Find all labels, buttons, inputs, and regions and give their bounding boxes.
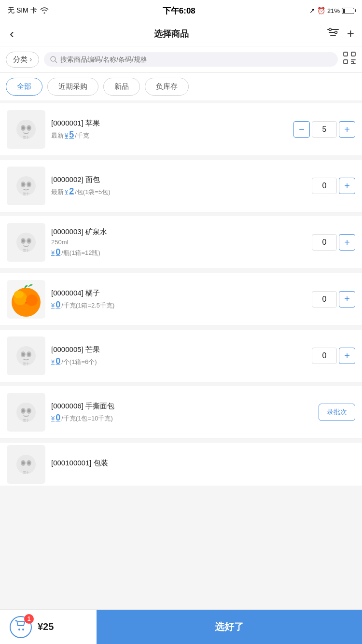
price-unit: /千克(1箱=2.5千克)	[61, 301, 114, 310]
location-icon: ↗	[309, 7, 315, 14]
confirm-label: 选好了	[215, 620, 244, 633]
confirm-button[interactable]: 选好了	[97, 610, 362, 644]
product-price: ¥ 0 /个(1箱=6个)	[51, 356, 306, 366]
svg-point-34	[26, 294, 38, 306]
price-label: 最新	[51, 188, 64, 196]
qty-input[interactable]	[312, 348, 337, 364]
yen-symbol: ¥	[51, 302, 55, 309]
svg-text:管十: 管十	[23, 192, 29, 196]
search-input-wrap[interactable]	[44, 52, 338, 67]
qty-control-0000005: +	[312, 348, 355, 364]
placeholder-owl: 管十	[15, 175, 37, 197]
product-name: [0000005] 芒果	[51, 345, 306, 354]
product-name: [0000003] 矿泉水	[51, 227, 306, 237]
nav-actions: +	[327, 26, 354, 41]
svg-rect-8	[351, 52, 355, 56]
product-item: 管十 [0000003] 矿泉水 250ml ¥ 0 /瓶(1箱=12瓶) +	[0, 216, 362, 269]
price-number: 0	[56, 247, 60, 257]
qty-plus-button[interactable]: +	[339, 348, 355, 364]
product-list: 管十 [0000001] 苹果 最新 ¥ 5 /千克 − +	[0, 103, 362, 525]
cart-total: ¥25	[38, 621, 54, 632]
price-unit: /千克	[75, 131, 89, 140]
product-price: ¥ 0 /瓶(1箱=12瓶)	[51, 247, 306, 257]
product-info-0000004: [0000004] 橘子 ¥ 0 /千克(1箱=2.5千克)	[51, 289, 306, 310]
price-number: 2	[69, 186, 74, 196]
product-image-partial: 管十	[7, 445, 45, 484]
price-number: 0	[56, 300, 60, 310]
search-icon	[50, 56, 57, 63]
price-unit: /千克(1包=10千克)	[61, 414, 113, 423]
svg-point-47	[28, 409, 30, 412]
product-name: [0000002] 面包	[51, 175, 306, 184]
tab-all[interactable]: 全部	[6, 78, 42, 96]
batch-button[interactable]: 录批次	[319, 404, 355, 421]
price-number: 0	[56, 413, 60, 423]
cart-icon-button[interactable]: 1	[10, 616, 32, 638]
svg-point-53	[28, 462, 30, 464]
svg-rect-7	[344, 52, 348, 56]
qty-minus-button[interactable]: −	[293, 121, 310, 138]
filter-icon[interactable]	[327, 27, 339, 41]
category-button[interactable]: 分类 ›	[6, 52, 39, 68]
svg-rect-9	[344, 60, 348, 64]
tab-new[interactable]: 新品	[103, 78, 140, 96]
cart-icon	[15, 620, 27, 634]
qty-input[interactable]	[312, 291, 337, 308]
battery-percent: 21%	[327, 7, 340, 14]
yen-symbol: ¥	[51, 358, 55, 365]
back-button[interactable]: ‹	[8, 24, 16, 43]
price-number: 5	[69, 130, 74, 140]
product-separator	[0, 382, 362, 386]
status-bar: 无 SIM 卡 下午6:08 ↗ ⏰ 21%	[0, 0, 362, 21]
cart-section: 1 ¥25	[0, 616, 97, 638]
product-name: [0000004] 橘子	[51, 289, 306, 298]
chevron-icon: ›	[29, 55, 32, 64]
product-price: 最新 ¥ 5 /千克	[51, 130, 288, 140]
svg-point-56	[22, 629, 24, 630]
yen-symbol: ¥	[51, 249, 55, 256]
category-label: 分类	[13, 55, 28, 64]
svg-point-55	[18, 629, 20, 630]
product-image-0000006: 管十	[7, 393, 45, 432]
cart-badge: 1	[24, 614, 34, 624]
placeholder-owl: 管十	[15, 345, 37, 367]
qty-input[interactable]	[312, 234, 337, 251]
product-info-partial: [000100001] 包装	[51, 459, 355, 470]
product-separator	[0, 269, 362, 273]
bottom-bar: 1 ¥25 选好了	[0, 609, 362, 644]
qty-input[interactable]	[312, 178, 337, 194]
placeholder-owl: 管十	[15, 401, 37, 423]
alarm-icon: ⏰	[317, 7, 325, 14]
product-item: 管十 [0000006] 手撕面包 ¥ 0 /千克(1包=10千克) 录批次	[0, 386, 362, 439]
product-price: ¥ 0 /千克(1包=10千克)	[51, 413, 313, 423]
status-time: 下午6:08	[163, 5, 195, 16]
search-input[interactable]	[60, 56, 332, 63]
product-info-0000005: [0000005] 芒果 ¥ 0 /个(1箱=6个)	[51, 345, 306, 366]
nav-bar: ‹ 选择商品 +	[0, 21, 362, 46]
product-item: 管十 [0000005] 芒果 ¥ 0 /个(1箱=6个) +	[0, 330, 362, 382]
price-number: 0	[56, 356, 60, 366]
tab-negative-stock[interactable]: 负库存	[145, 78, 189, 96]
search-bar: 分类 ›	[0, 46, 362, 73]
qty-plus-button[interactable]: +	[339, 291, 355, 308]
qty-input[interactable]	[312, 121, 337, 138]
product-image-0000002: 管十	[7, 167, 45, 205]
add-icon[interactable]: +	[347, 26, 354, 41]
product-info-0000002: [0000002] 面包 最新 ¥ 2 /包(1袋=5包)	[51, 175, 306, 196]
product-spec: 250ml	[51, 238, 306, 246]
yen-symbol: ¥	[65, 188, 68, 196]
placeholder-owl: 管十	[15, 231, 37, 253]
qty-plus-button[interactable]: +	[339, 234, 355, 251]
svg-point-35	[14, 291, 24, 298]
scan-icon[interactable]	[343, 51, 356, 68]
svg-point-46	[22, 409, 25, 412]
tab-recent[interactable]: 近期采购	[47, 78, 98, 96]
svg-point-17	[22, 126, 25, 129]
placeholder-owl: 管十	[15, 453, 37, 476]
product-separator	[0, 326, 362, 330]
qty-plus-button[interactable]: +	[339, 178, 355, 194]
product-image-0000005: 管十	[7, 336, 45, 375]
qty-plus-button[interactable]: +	[339, 121, 355, 138]
status-right: ↗ ⏰ 21%	[309, 7, 354, 14]
product-name: [0000001] 苹果	[51, 119, 288, 128]
